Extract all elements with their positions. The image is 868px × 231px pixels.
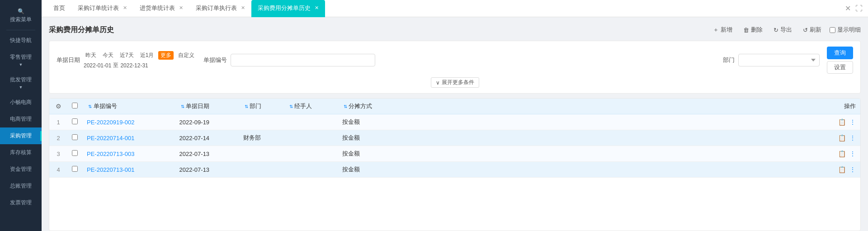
more-icon[interactable]: ⋮: [849, 150, 856, 157]
row-num: 4: [49, 162, 67, 178]
date-label: 单据日期: [57, 56, 80, 64]
sidebar-item-search[interactable]: 🔍 搜索菜单: [0, 4, 42, 28]
shortcut-yesterday[interactable]: 昨天: [84, 51, 98, 60]
sidebar-item-label: 电商管理: [10, 115, 32, 123]
settings-button[interactable]: 设置: [827, 61, 853, 74]
tab-po-exec[interactable]: 采购订单执行表 ✕: [189, 0, 251, 17]
export-button[interactable]: ↻ 导出: [771, 24, 795, 35]
date-start[interactable]: 2022-01-01: [84, 62, 111, 69]
shortcut-today[interactable]: 今天: [101, 51, 115, 60]
row-checkbox[interactable]: [72, 134, 78, 140]
date-shortcuts-container: 昨天 今天 近7天 近1月 更多 自定义 2022-01-01 至 2022-1…: [84, 51, 196, 69]
row-checkbox-cell: [67, 130, 82, 146]
sort-icon[interactable]: ⇅: [88, 104, 92, 109]
doc-num-link[interactable]: PE-20220713-001: [87, 166, 135, 173]
row-doc-num: PE-20220713-001: [82, 162, 175, 178]
doc-num-input[interactable]: [231, 54, 375, 66]
sort-icon[interactable]: ⇅: [344, 104, 347, 109]
shortcut-1month[interactable]: 近1月: [138, 51, 156, 60]
refresh-button[interactable]: ↺ 刷新: [800, 24, 824, 35]
view-icon[interactable]: 📋: [838, 150, 846, 157]
more-icon[interactable]: ⋮: [849, 118, 856, 126]
view-icon[interactable]: 📋: [838, 118, 846, 126]
sidebar-item-wholesale[interactable]: 批发管理 ▼: [0, 71, 42, 94]
row-doc-date: 2022-07-13: [175, 146, 239, 162]
sidebar-item-ledger[interactable]: 总账管理: [0, 178, 42, 194]
sidebar-item-label: 批发管理: [10, 76, 32, 84]
display-columns-checkbox[interactable]: [830, 27, 835, 33]
doc-num-link[interactable]: PE-20220714-001: [87, 135, 135, 141]
row-checkbox-cell: [67, 114, 82, 130]
expand-more-button[interactable]: ∨ 展开更多条件: [431, 77, 479, 88]
sort-icon[interactable]: ⇅: [181, 104, 184, 109]
sidebar-item-mini-ecom[interactable]: 小畅电商: [0, 94, 42, 111]
gear-icon[interactable]: ⚙: [56, 103, 61, 110]
tab-close-icon[interactable]: ✕: [123, 5, 127, 11]
page-header: 采购费用分摊单历史 ＋ 新增 🗑 删除 ↻ 导出 ↺ 刷新: [49, 24, 861, 35]
row-handler: [283, 130, 338, 146]
select-all-checkbox[interactable]: [72, 103, 78, 108]
more-icon[interactable]: ⋮: [849, 166, 856, 173]
sort-icon[interactable]: ⇅: [245, 104, 248, 109]
tab-goods-stats[interactable]: 进货单统计表 ✕: [133, 0, 189, 17]
close-icon[interactable]: ✕: [845, 4, 851, 13]
expand-icon[interactable]: ⛶: [855, 5, 863, 13]
shortcut-7days[interactable]: 近7天: [118, 51, 136, 60]
row-checkbox[interactable]: [72, 118, 78, 124]
add-icon: ＋: [713, 26, 719, 34]
sidebar-item-purchase[interactable]: 采购管理: [0, 127, 42, 144]
doc-num-link[interactable]: PE-20220713-003: [87, 151, 135, 157]
table-header-row: ⚙ ⇅ 单据编号 ⇅ 单据日期: [49, 99, 860, 114]
date-end[interactable]: 2022-12-31: [120, 62, 148, 69]
sidebar-item-retail[interactable]: 零售管理 ▼: [0, 49, 42, 71]
shortcut-custom[interactable]: 自定义: [176, 51, 196, 60]
query-button[interactable]: 查询: [827, 47, 853, 59]
more-icon[interactable]: ⋮: [849, 134, 856, 141]
dept-label: 部门: [723, 56, 735, 64]
sidebar-item-quick-nav[interactable]: 快捷导航: [0, 32, 42, 49]
tab-close-icon[interactable]: ✕: [315, 5, 319, 11]
toolbar: ＋ 新增 🗑 删除 ↻ 导出 ↺ 刷新 显示明细: [710, 24, 861, 35]
date-range: 2022-01-01 至 2022-12-31: [84, 61, 196, 69]
date-field: 单据日期 昨天 今天 近7天 近1月 更多 自定义 2022-01-01: [57, 51, 196, 69]
shortcut-more[interactable]: 更多: [158, 51, 174, 60]
delete-button[interactable]: 🗑 删除: [741, 24, 765, 35]
doc-num-link[interactable]: PE-20220919-002: [87, 119, 135, 126]
display-columns-toggle[interactable]: 显示明细: [830, 26, 861, 34]
row-handler: [283, 114, 338, 130]
sidebar-item-inventory[interactable]: 库存核算: [0, 144, 42, 161]
table-row: 3 PE-20220713-003 2022-07-13 按金额 📋 ⋮: [49, 146, 860, 162]
sidebar-item-finance[interactable]: 资金管理: [0, 161, 42, 178]
view-icon[interactable]: 📋: [838, 166, 846, 173]
dept-select[interactable]: 财务部: [738, 54, 820, 66]
date-shortcuts: 昨天 今天 近7天 近1月 更多 自定义: [84, 51, 196, 60]
dept-field: 部门 财务部: [723, 54, 820, 66]
add-button[interactable]: ＋ 新增: [710, 24, 735, 35]
row-dept: [239, 162, 283, 178]
row-checkbox[interactable]: [72, 166, 78, 172]
sidebar-item-ecom[interactable]: 电商管理: [0, 111, 42, 127]
view-icon[interactable]: 📋: [838, 134, 846, 141]
add-label: 新增: [721, 26, 732, 34]
sidebar-item-label: 采购管理: [10, 132, 32, 140]
row-dept: [239, 114, 283, 130]
refresh-label: 刷新: [810, 26, 821, 34]
row-actions: 📋 ⋮: [824, 130, 860, 146]
row-checkbox[interactable]: [72, 150, 78, 156]
sidebar: 🔍 搜索菜单 快捷导航 零售管理 ▼ 批发管理 ▼ 小畅电商 电商管理 采购管理…: [0, 0, 42, 231]
table-container: ⚙ ⇅ 单据编号 ⇅ 单据日期: [49, 98, 861, 231]
tab-bar: 首页 采购订单统计表 ✕ 进货单统计表 ✕ 采购订单执行表 ✕ 采购费用分摊单历…: [42, 0, 868, 17]
sidebar-divider: [6, 30, 35, 30]
col-dept: ⇅ 部门: [239, 99, 283, 114]
tab-close-icon[interactable]: ✕: [179, 5, 183, 11]
sort-icon[interactable]: ⇅: [289, 104, 293, 109]
sidebar-item-label: 发票管理: [10, 199, 32, 207]
doc-num-label: 单据编号: [203, 56, 227, 64]
row-num: 3: [49, 146, 67, 162]
tab-po-stats[interactable]: 采购订单统计表 ✕: [71, 0, 133, 17]
tab-po-cost-history[interactable]: 采购费用分摊单历史 ✕: [251, 0, 325, 17]
tab-close-icon[interactable]: ✕: [241, 5, 245, 11]
col-doc-date: ⇅ 单据日期: [175, 99, 239, 114]
sidebar-item-invoice[interactable]: 发票管理: [0, 194, 42, 211]
tab-home[interactable]: 首页: [47, 0, 71, 17]
